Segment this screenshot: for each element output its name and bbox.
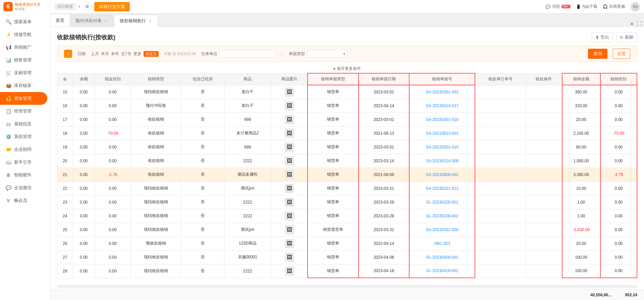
cell-bill-no[interactable]: SL-20230328-001 <box>409 195 475 209</box>
date-prev-month[interactable]: 上月 <box>91 51 99 57</box>
export-button[interactable]: ⬆ 导出 <box>592 32 613 42</box>
table-container: ⚙ 余额 现金折扣 核销类型 包含已结清 商品 商品图片 核销单据类型 核销单据… <box>50 73 644 284</box>
cell-goods: 测试多属性 <box>224 168 271 181</box>
cell-bill-no[interactable]: SA-20230314-008 <box>409 154 475 168</box>
cell-bill-no[interactable]: SL-20230418-001 <box>409 264 475 278</box>
cell-bill-date: 2023-03-28 <box>359 209 410 223</box>
sidebar-item-hardware[interactable]: 🖥 智能硬件 <box>0 169 50 181</box>
bill-no-link[interactable]: SA-20210808-001 <box>426 172 459 177</box>
bill-no-link[interactable]: SA-20230314-008 <box>426 159 459 163</box>
table-footer: 40,556,66... 952.24 <box>50 290 644 300</box>
sidebar-item-finance[interactable]: 💰 资金管理 <box>0 92 47 105</box>
cell-bill-no[interactable]: SA-20210813-001 <box>409 126 475 140</box>
cell-bill-no[interactable]: SA-20230321-012 <box>409 181 475 195</box>
tab-home[interactable]: 首页 <box>50 14 70 27</box>
cell-balance: 0.00 <box>73 168 95 181</box>
horizontal-scrollbar[interactable] <box>57 285 637 288</box>
bill-no-link[interactable]: SL-20230328-002 <box>426 214 458 218</box>
cell-id: 19 <box>57 140 73 154</box>
bill-no-link[interactable]: SL-20230408-001 <box>426 255 458 260</box>
logo-area: 6 畅捷通谱好生意 标准版 <box>0 0 50 13</box>
filter-expand-button[interactable]: » <box>64 50 72 58</box>
bill-type-select[interactable]: 销货单 销货退货单 <box>307 50 347 58</box>
cell-bill-date: 2023-03-01 <box>359 140 410 154</box>
dropdown-arrow-icon[interactable]: ▾ <box>78 5 80 8</box>
bill-no-link[interactable]: SA-20230301-001 <box>426 90 459 94</box>
bill-no-link[interactable]: SA-20210813-001 <box>426 131 459 136</box>
sidebar-item-marketing[interactable]: 📢 营销推广 <box>0 41 50 54</box>
cell-bill-no[interactable]: SA-20230414-017 <box>409 99 475 113</box>
cell-bill-date: 2023-03-14 <box>359 154 410 168</box>
close-tab-icon[interactable]: ✕ <box>630 21 634 27</box>
user-area[interactable]: Rit <box>631 2 640 11</box>
refresh-button[interactable]: ↻ 刷新 <box>616 32 637 42</box>
sidebar-item-basic[interactable]: 🗂 基础信息 <box>0 118 50 130</box>
sidebar-item-system[interactable]: ⚙️ 系统管理 <box>0 130 50 143</box>
bill-no-link[interactable]: SL-20230418-001 <box>426 268 458 273</box>
cell-condition <box>526 209 562 223</box>
counterpart-input[interactable] <box>219 50 276 58</box>
query-button[interactable]: 查询 <box>588 49 607 59</box>
cell-bill-no[interactable]: SA-20230301-010 <box>409 113 475 126</box>
cell-bill-no[interactable]: SA-20230301-001 <box>409 85 475 99</box>
settings-button[interactable]: 设置 <box>613 49 630 59</box>
tab-close-writeoff[interactable]: × <box>148 18 152 23</box>
tab-prepay[interactable]: 预付冲应付单 × <box>70 14 113 27</box>
col-header-bill-no: 核销单据号 <box>409 73 475 85</box>
bill-no-link[interactable]: SA-20230301-010 <box>426 145 459 149</box>
date-this-month[interactable]: 本月 <box>101 51 109 57</box>
col-header-settings[interactable]: ⚙ <box>57 73 73 85</box>
cell-discount: 0.00 <box>600 195 637 209</box>
bill-no-link[interactable]: SA-20230301-010 <box>426 117 459 122</box>
cell-bill-type: 销货单 <box>308 154 359 168</box>
industry-btn[interactable]: 休验行业方案 <box>94 2 130 11</box>
app-download-btn[interactable]: 📱 App下载 <box>576 4 597 9</box>
sidebar-item-member[interactable]: V 畅会员 <box>0 194 50 207</box>
money-icon: 💰 <box>5 95 11 101</box>
sidebar-item-nav[interactable]: ⚡ 快捷导航 <box>0 28 50 41</box>
cell-goods: 999 <box>224 140 271 154</box>
tab-writeoff[interactable]: 收款核销执行 × <box>114 15 158 27</box>
sidebar-item-inventory[interactable]: 📦 库存核算 <box>0 79 50 92</box>
sidebar-item-operations[interactable]: 📋 经营管理 <box>0 105 50 118</box>
sidebar-item-search[interactable]: 🔍 搜索菜单 <box>0 15 50 28</box>
cell-bill-no[interactable]: ABC-001 <box>409 237 475 250</box>
wechat-icon: 💬 <box>5 185 11 191</box>
sidebar-item-sales[interactable]: 📊 销售管理 <box>0 54 50 67</box>
tab-close-prepay[interactable]: × <box>104 18 108 23</box>
date-more[interactable]: 更多 <box>133 51 142 57</box>
cell-type: 现结收款核销 <box>131 85 181 99</box>
cell-bill-no[interactable]: SL-20230328-002 <box>409 209 475 223</box>
sidebar-item-wechat[interactable]: 💬 企业微信 <box>0 181 50 194</box>
sidebar-item-purchase[interactable]: 🛒 采购管理 <box>0 67 50 79</box>
bill-no-link[interactable]: SA-20230321-012 <box>426 186 459 191</box>
bill-no-link[interactable]: SA-20230331-026 <box>426 227 459 232</box>
company-name[interactable]: 演示账套 <box>54 3 76 10</box>
avatar: Rit <box>631 2 640 11</box>
date-custom-btn[interactable]: 自定义 <box>144 51 159 57</box>
cell-bill-no[interactable]: SA-20230301-010 <box>409 140 475 154</box>
bill-no-link[interactable]: ABC-001 <box>434 241 450 246</box>
expand-more-btn[interactable]: ▾ 展开更多条件 <box>50 65 644 73</box>
cell-balance: 0.00 <box>73 250 95 264</box>
fullscreen-icon[interactable]: ⛶ <box>637 21 641 27</box>
cell-settled: 否 <box>181 195 224 209</box>
table-row: 15 0.00 0.00 现结收款核销 否 老白干 🖼 销货单 2023-03-… <box>57 85 637 99</box>
date-this-year[interactable]: 本年 <box>111 51 119 57</box>
bill-no-link[interactable]: SL-20230328-001 <box>426 200 458 205</box>
gear-button[interactable]: ⚙ <box>83 2 92 11</box>
sidebar-item-collab[interactable]: 🤝 企业协同 <box>0 143 50 156</box>
sidebar-item-guide[interactable]: 📖 新手引导 <box>0 156 50 169</box>
sidebar-item-label: 采购管理 <box>14 70 32 76</box>
cart-icon: 🛒 <box>5 70 11 76</box>
date-7days[interactable]: 近7天 <box>121 51 131 57</box>
cell-order-no <box>475 209 526 223</box>
table-row: 26 0.00 0.00 预收款核销 否 123D商品 🖼 销货单 2022-0… <box>57 237 637 250</box>
cell-bill-no[interactable]: SA-20230331-026 <box>409 223 475 237</box>
cell-bill-no[interactable]: SA-20210808-001 <box>409 168 475 181</box>
online-service-btn[interactable]: 🎧 在线客服 <box>603 4 625 9</box>
cell-bill-no[interactable]: SL-20230408-001 <box>409 250 475 264</box>
bill-no-link[interactable]: SA-20230414-017 <box>426 103 459 108</box>
message-btn[interactable]: 💬 消息 99+ <box>546 4 571 9</box>
cell-amount: 100.00 <box>562 250 600 264</box>
